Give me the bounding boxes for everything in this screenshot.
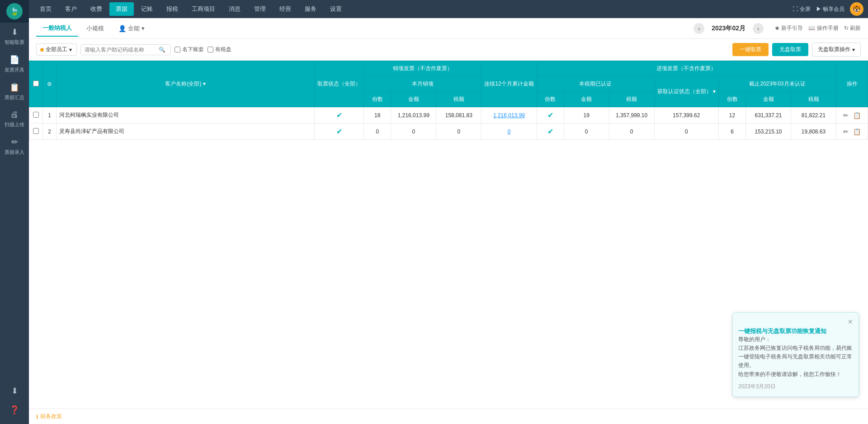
th-deadline-uncertified: 截止2023年03月未认证: [719, 76, 836, 92]
row-uncert-amount: 153,215.10: [746, 124, 791, 140]
edit-action-icon[interactable]: ✏: [843, 128, 849, 135]
nav-invoice[interactable]: 票据: [109, 2, 134, 16]
employee-dot: [40, 48, 44, 52]
row-sales-num: 18: [364, 107, 391, 124]
search-icon[interactable]: 🔍: [159, 47, 165, 53]
nav-manage[interactable]: 管理: [248, 2, 272, 16]
sidebar-item-invoice-open[interactable]: 📄 发票开具: [0, 50, 29, 78]
checkbox-has-taxdisk[interactable]: 有税盘: [208, 46, 231, 53]
no-disk-fetch-button[interactable]: 无盘取票: [772, 43, 808, 56]
status-check-icon: ✔: [336, 128, 342, 135]
filter-icon[interactable]: ▾: [203, 81, 206, 87]
search-box: 🔍: [80, 44, 171, 55]
row-checkbox[interactable]: [29, 124, 43, 140]
sidebar-item-download[interactable]: ⬇: [0, 381, 29, 400]
manual-button[interactable]: 📖 操作手册: [808, 24, 838, 32]
my-accounts-checkbox[interactable]: [175, 47, 180, 52]
th-name: 客户名称(全部) ▾: [57, 61, 315, 107]
nav-billing[interactable]: 收费: [84, 2, 108, 16]
th-ops: 操作: [836, 61, 868, 107]
tab-all-dropdown-icon[interactable]: ▾: [142, 25, 145, 32]
sidebar-item-label: 票据汇总: [5, 94, 24, 101]
edit-action-icon[interactable]: ✏: [843, 112, 849, 119]
tab-actions: ★ 新手引导 📖 操作手册 ↻ 刷新: [774, 24, 861, 32]
notification-title: 一键报税与无盘取票功能恢复通知: [738, 327, 853, 335]
row-select-checkbox[interactable]: [33, 112, 39, 118]
sidebar-item-scan-upload[interactable]: 🖨 扫描上传: [0, 105, 29, 133]
vip-button[interactable]: ▶ 畅享会员: [816, 5, 844, 13]
nav-tax[interactable]: 报税: [160, 2, 184, 16]
new-guide-button[interactable]: ★ 新手引导: [774, 24, 803, 32]
has-taxdisk-checkbox[interactable]: [208, 47, 213, 52]
svg-text:🍃: 🍃: [10, 7, 19, 16]
th-period-certified: 本税期已认证: [537, 76, 654, 92]
tab-all[interactable]: 👤 全能 ▾: [112, 21, 151, 36]
row-cert-tax: 0: [654, 124, 718, 140]
th-cert-amount: 金额: [564, 92, 609, 107]
sidebar-item-label: 扫描上传: [5, 121, 24, 128]
sidebar-item-help[interactable]: ❓: [0, 400, 29, 419]
row-checkbox[interactable]: [29, 107, 43, 124]
row-sales-tax: 158,081.83: [436, 107, 481, 124]
logo[interactable]: 🍃: [0, 0, 29, 23]
refresh-button[interactable]: ↻ 刷新: [844, 24, 861, 32]
user-avatar[interactable]: 🐯: [850, 2, 863, 16]
tab-small-label: 小规模: [86, 24, 104, 33]
th-cert-status: 获取认证状态（全部） ▾: [654, 76, 718, 107]
sidebar-item-invoice-summary[interactable]: 📋 票据汇总: [0, 78, 29, 105]
data-entry-icon: ✏: [11, 137, 18, 147]
sidebar-item-smart-fetch[interactable]: ⬇ 智能取票: [0, 23, 29, 50]
row-select-checkbox[interactable]: [33, 128, 39, 134]
prev-arrow-icon: ‹: [698, 25, 700, 32]
nav-operation[interactable]: 经营: [273, 2, 297, 16]
one-click-fetch-button[interactable]: 一键取票: [732, 43, 769, 56]
employee-select[interactable]: 全部员工 ▾: [36, 43, 77, 56]
cert-status-filter-icon[interactable]: ▾: [713, 88, 716, 95]
nav-business[interactable]: 工商项目: [185, 2, 222, 16]
sidebar-item-label: 智能取票: [5, 39, 24, 46]
row-cert-num: 0: [564, 124, 609, 140]
refresh-icon: ↻: [844, 25, 849, 31]
notification-body: 尊敬的用户： 江苏政务网已恢复访问电子税务局功能，易代账一键登陆电子税务局与无盘…: [738, 335, 853, 391]
view-action-icon[interactable]: 📋: [853, 128, 861, 135]
download-icon: ⬇: [11, 386, 18, 396]
search-input[interactable]: [85, 47, 157, 53]
select-all-checkbox[interactable]: [33, 81, 39, 86]
top-navigation: 首页 客户 收费 票据 记账 报税 工商项目 消息 管理 经营 服务 设置 ⛶ …: [29, 0, 868, 18]
new-guide-icon: ★: [774, 25, 780, 31]
nav-message[interactable]: 消息: [222, 2, 247, 16]
checkbox-my-accounts[interactable]: 名下账套: [175, 46, 204, 53]
fullscreen-button[interactable]: ⛶ 全屏: [793, 5, 810, 13]
tax-policy-link[interactable]: ℹ 税务政策: [36, 413, 62, 420]
nav-service[interactable]: 服务: [298, 2, 323, 16]
tax-policy-label: 税务政策: [40, 413, 62, 420]
row-sales-amount: 1,216,013.99: [391, 107, 436, 124]
nav-settings[interactable]: 设置: [324, 2, 348, 16]
nav-bookkeeping[interactable]: 记账: [135, 2, 159, 16]
manual-icon: 📖: [808, 25, 815, 31]
notification-greeting: 尊敬的用户：: [738, 335, 853, 344]
my-accounts-label: 名下账套: [182, 46, 204, 53]
notification-text: 江苏政务网已恢复访问电子税务局功能，易代账一键登陆电子税务局与无盘取票相关功能可…: [738, 344, 853, 370]
notification-close-button[interactable]: ✕: [848, 318, 853, 325]
th-purchase-group: 进项发票（不含作废票）: [537, 61, 836, 76]
tax-policy-icon: ℹ: [36, 414, 38, 420]
th-cert-tax: 税额: [609, 92, 654, 107]
invoice-summary-icon: 📋: [9, 82, 19, 92]
nav-home[interactable]: 首页: [33, 2, 58, 16]
row-name: 灵寿县尚泽矿产品有限公司: [57, 124, 315, 140]
prev-period-button[interactable]: ‹: [693, 23, 704, 34]
nav-customer[interactable]: 客户: [59, 2, 83, 16]
cumulative-link[interactable]: 1,216,013.99: [493, 112, 525, 119]
tab-small[interactable]: 小规模: [80, 21, 110, 36]
tab-general[interactable]: 一般纳税人: [36, 20, 78, 37]
notification-apology: 给您带来的不便敬请谅解，祝您工作愉快！: [738, 370, 853, 379]
view-action-icon[interactable]: 📋: [853, 112, 861, 119]
cumulative-link[interactable]: 0: [508, 129, 511, 135]
next-period-button[interactable]: ›: [753, 23, 764, 34]
no-disk-ops-button[interactable]: 无盘取票操作 ▾: [812, 43, 861, 57]
invoice-open-icon: 📄: [9, 55, 19, 65]
row-no: 2: [43, 124, 57, 140]
row-actions: ✏ 📋: [836, 124, 868, 140]
sidebar-item-data-entry[interactable]: ✏ 票据录入: [0, 133, 29, 160]
